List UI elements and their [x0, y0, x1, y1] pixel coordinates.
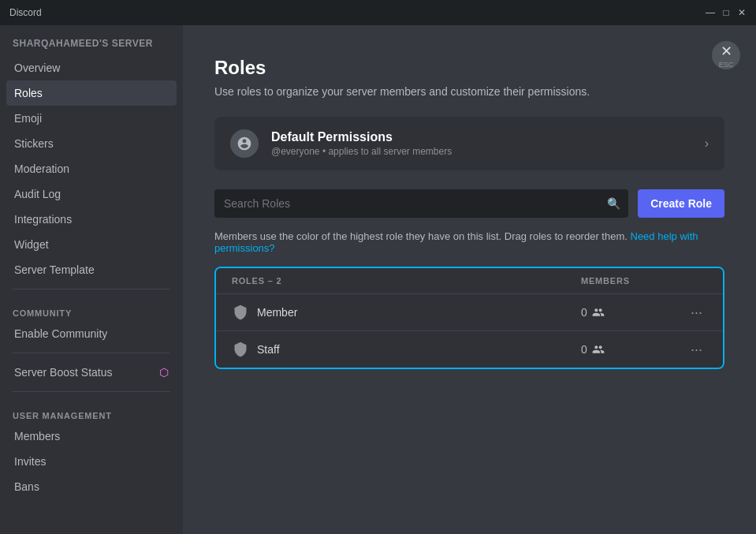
sidebar-item-roles[interactable]: Roles	[6, 80, 177, 106]
col-header-role: ROLES – 2	[232, 276, 581, 286]
window-controls: — □ ✕	[706, 8, 747, 17]
divider-boost	[13, 353, 170, 353]
sidebar-item-label: Emoji	[14, 112, 42, 125]
sidebar-item-label: Overview	[14, 62, 60, 74]
table-row[interactable]: Member 0 ···	[216, 293, 723, 330]
shield-icon	[232, 304, 249, 321]
members-count: 0	[581, 343, 676, 356]
search-create-row: 🔍 Create Role	[214, 189, 724, 218]
page-description: Use roles to organize your server member…	[214, 85, 724, 98]
role-name: Member	[257, 306, 297, 319]
col-header-members: MEMBERS	[581, 276, 676, 286]
app-body: SHARQAHAMEED'S SERVER Overview Roles Emo…	[0, 25, 756, 534]
search-icon: 🔍	[607, 197, 620, 210]
esc-label: ESC	[719, 61, 734, 69]
default-permissions-subtitle: @everyone • applies to all server member…	[271, 146, 452, 157]
sidebar-item-server-boost[interactable]: Server Boost Status ⬡	[6, 360, 177, 385]
sidebar-item-label: Enable Community	[14, 327, 107, 340]
role-more-button[interactable]: ···	[686, 304, 707, 321]
divider-user-mgmt	[13, 391, 170, 392]
boost-icon: ⬡	[159, 366, 169, 379]
roles-table: ROLES – 2 MEMBERS Member 0	[214, 267, 724, 369]
table-row[interactable]: Staff 0 ···	[216, 330, 723, 368]
sidebar-item-label: Widget	[14, 238, 49, 251]
shield-icon	[232, 341, 249, 358]
sidebar-item-label: Members	[14, 430, 60, 443]
default-permissions-card[interactable]: Default Permissions @everyone • applies …	[214, 117, 724, 170]
info-text: Members use the color of the highest rol…	[214, 230, 724, 254]
role-name: Staff	[257, 343, 280, 356]
sidebar-item-integrations[interactable]: Integrations	[6, 207, 177, 232]
sidebar: SHARQAHAMEED'S SERVER Overview Roles Emo…	[0, 25, 183, 534]
sidebar-item-label: Bans	[14, 480, 39, 493]
sidebar-item-members[interactable]: Members	[6, 424, 177, 449]
close-window-button[interactable]: ✕	[737, 8, 747, 17]
server-name: SHARQAHAMEED'S SERVER	[6, 38, 177, 55]
app-title: Discord	[9, 7, 42, 18]
sidebar-item-stickers[interactable]: Stickers	[6, 131, 177, 156]
page-title: Roles	[214, 57, 724, 79]
role-more-button[interactable]: ···	[686, 341, 707, 358]
sidebar-item-emoji[interactable]: Emoji	[6, 106, 177, 131]
sidebar-item-server-template[interactable]: Server Template	[6, 257, 177, 282]
minimize-button[interactable]: —	[706, 8, 715, 17]
sidebar-item-bans[interactable]: Bans	[6, 474, 177, 499]
close-settings-button[interactable]: ✕ ESC	[712, 41, 740, 69]
search-wrapper: 🔍	[214, 189, 628, 218]
chevron-right-icon: ›	[705, 136, 709, 151]
community-section-header: COMMUNITY	[6, 296, 177, 321]
sidebar-item-label: Server Boost Status	[14, 366, 113, 379]
user-management-section-header: USER MANAGEMENT	[6, 398, 177, 424]
sidebar-item-audit-log[interactable]: Audit Log	[6, 181, 177, 207]
divider-community	[13, 289, 170, 289]
roles-table-header: ROLES – 2 MEMBERS	[216, 268, 723, 293]
default-permissions-title: Default Permissions	[271, 130, 452, 144]
sidebar-item-invites[interactable]: Invites	[6, 449, 177, 474]
create-role-button[interactable]: Create Role	[638, 189, 724, 218]
main-content: ✕ ESC Roles Use roles to organize your s…	[183, 25, 756, 534]
sidebar-item-overview[interactable]: Overview	[6, 55, 177, 80]
sidebar-item-label: Moderation	[14, 162, 69, 175]
sidebar-item-label: Integrations	[14, 213, 72, 226]
sidebar-item-moderation[interactable]: Moderation	[6, 156, 177, 181]
members-count: 0	[581, 306, 676, 319]
maximize-button[interactable]: □	[721, 8, 731, 17]
search-input[interactable]	[214, 189, 628, 218]
default-permissions-icon	[230, 129, 259, 158]
sidebar-item-label: Roles	[14, 87, 43, 99]
sidebar-item-enable-community[interactable]: Enable Community	[6, 321, 177, 346]
sidebar-item-label: Stickers	[14, 137, 54, 150]
sidebar-item-label: Invites	[14, 455, 46, 468]
sidebar-item-label: Audit Log	[14, 188, 61, 200]
sidebar-item-label: Server Template	[14, 263, 95, 276]
sidebar-item-widget[interactable]: Widget	[6, 232, 177, 257]
titlebar: Discord — □ ✕	[0, 0, 756, 25]
close-x-icon: ✕	[721, 43, 732, 60]
